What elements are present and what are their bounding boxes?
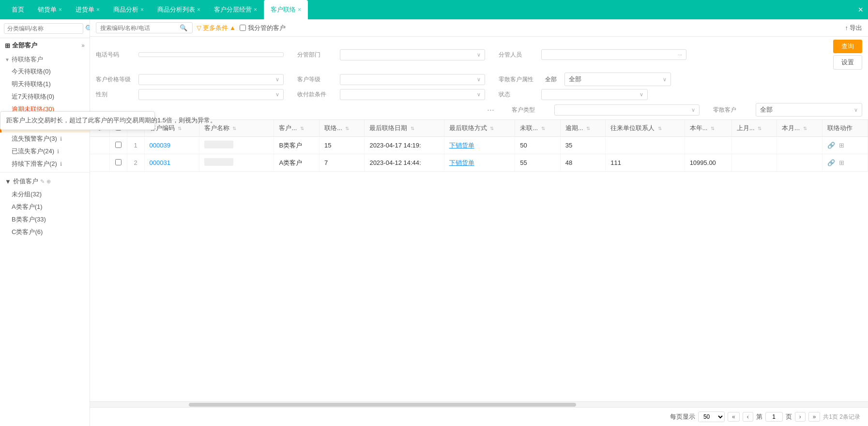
row-action-0[interactable]: 🔗 ⊞ [822, 137, 868, 154]
th-contact[interactable]: 联络... ⇅ [319, 120, 365, 137]
settings-button[interactable]: 设置 [833, 55, 862, 70]
th-unit-contact[interactable]: 往来单位联系人 ⇅ [606, 120, 685, 137]
export-button[interactable]: ↑ 导出 [845, 24, 863, 32]
nav-purchase-close[interactable]: × [96, 6, 100, 13]
th-overdue[interactable]: 逾期... ⇅ [560, 120, 606, 137]
sidebar-item-7days[interactable]: 近7天待联络(0) [0, 90, 90, 103]
sidebar-item-churn-warning[interactable]: 流失预警客户(3) ℹ [0, 132, 90, 145]
retail-attr-field[interactable]: 全部 ∨ [564, 73, 671, 86]
th-uncontacted[interactable]: 未联... ⇅ [515, 120, 561, 137]
row-last-method-1[interactable]: 下销货单 [444, 154, 515, 172]
gender-field[interactable]: ∨ [138, 89, 284, 100]
sidebar-item-today[interactable]: 今天待联络(0) [0, 65, 90, 78]
sort-category-icon[interactable]: ⇅ [300, 126, 304, 131]
th-last-month[interactable]: 上月... ⇅ [731, 120, 777, 137]
sidebar-value-group[interactable]: ▼ 价值客户 ✎ ⊕ [0, 175, 90, 188]
sort-name-icon[interactable]: ⇅ [232, 126, 236, 131]
info-icon-2[interactable]: ℹ [60, 136, 62, 142]
customer-level-field[interactable]: ∨ [340, 74, 485, 85]
customer-type-field[interactable]: ∨ [554, 104, 700, 116]
action-grid-icon-0[interactable]: ⊞ [839, 142, 844, 149]
my-customers-checkbox[interactable]: 我分管的客户 [240, 24, 286, 32]
payment-terms-field[interactable]: ∨ [340, 89, 485, 100]
action-link-icon-0[interactable]: 🔗 [827, 142, 835, 149]
row-last-method-0[interactable]: 下销货单 [444, 137, 515, 154]
nav-customer-tier[interactable]: 客户分层经营 × [207, 0, 264, 19]
sidebar-item-b-class[interactable]: B类客户(33) [0, 213, 90, 226]
add-icon[interactable]: ⊕ [46, 178, 51, 185]
row-check-0[interactable] [115, 142, 122, 148]
sidebar-item-declining[interactable]: 持续下滑客户(2) ℹ [0, 158, 90, 170]
row-check-1[interactable] [115, 159, 122, 165]
sort-year-icon[interactable]: ⇅ [711, 126, 715, 131]
sort-unit-icon[interactable]: ⇅ [658, 126, 662, 131]
sidebar-item-a-class[interactable]: A类客户(1) [0, 201, 90, 213]
th-category[interactable]: 客户... ⇅ [274, 120, 320, 137]
page-size-select[interactable]: 501020100 [698, 411, 725, 422]
nav-home[interactable]: 首页 [5, 0, 31, 19]
retail-customer-field[interactable]: 全部 ∨ [756, 103, 862, 117]
sidebar-all-customers[interactable]: ⊞ 全部客户 » [0, 38, 90, 53]
info-icon-3[interactable]: ℹ [57, 148, 59, 154]
sort-method-icon[interactable]: ⇅ [490, 126, 494, 131]
row-code-0[interactable]: 000039 [144, 137, 199, 154]
nav-sales-close[interactable]: × [59, 6, 62, 13]
horizontal-scrollbar[interactable] [90, 401, 868, 407]
sort-lastmonth-icon[interactable]: ⇅ [758, 126, 761, 131]
sort-date-icon[interactable]: ⇅ [411, 126, 414, 131]
th-last-contact-date[interactable]: 最后联络日期 ⇅ [365, 120, 444, 137]
sort-code-icon[interactable]: ⇅ [178, 126, 182, 131]
info-icon-4[interactable]: ℹ [60, 161, 62, 167]
filter-more-conditions[interactable]: ▽ 更多条件 ▲ [197, 24, 236, 32]
status-field[interactable]: ∨ [541, 89, 648, 100]
sidebar-search-input[interactable] [4, 23, 83, 34]
scrollbar-thumb[interactable] [189, 403, 576, 407]
nav-product-analysis-list[interactable]: 商品分析列表 × [151, 0, 207, 19]
nav-customer-contact[interactable]: 客户联络 × [264, 0, 308, 19]
first-page-button[interactable]: « [728, 412, 740, 422]
row-action-1[interactable]: 🔗 ⊞ [822, 154, 868, 172]
dept-field[interactable]: ∨ [340, 49, 485, 60]
sidebar-search-icon[interactable]: 🔍 [85, 25, 90, 32]
next-page-button[interactable]: › [795, 412, 806, 422]
sidebar-item-unclassified[interactable]: 未分组(32) [0, 188, 90, 201]
th-this-year[interactable]: 本年... ⇅ [685, 120, 731, 137]
nav-product-analysis-close[interactable]: × [140, 6, 144, 13]
filter-search-box[interactable]: 🔍 [96, 22, 193, 33]
sidebar-waiting-group[interactable]: ▼ 待联络客户 [0, 53, 90, 65]
th-this-month[interactable]: 本月... ⇅ [777, 120, 822, 137]
nav-product-analysis[interactable]: 商品分析 × [107, 0, 151, 19]
row-name-0[interactable] [199, 137, 274, 154]
sidebar-item-c-class[interactable]: C类客户(6) [0, 226, 90, 238]
row-code-1[interactable]: 000031 [144, 154, 199, 172]
my-customers-check[interactable] [240, 25, 246, 31]
filter-search-icon[interactable]: 🔍 [180, 24, 187, 31]
more-filter-icon[interactable]: ··· [483, 105, 498, 115]
sort-uncontacted-icon[interactable]: ⇅ [541, 126, 545, 131]
sidebar-collapse-icon[interactable]: » [81, 42, 85, 49]
price-level-field[interactable]: ∨ [138, 74, 284, 85]
nav-customer-contact-close[interactable]: × [298, 6, 301, 13]
last-page-button[interactable]: » [808, 412, 821, 422]
nav-sales[interactable]: 销货单 × [31, 0, 69, 19]
query-button[interactable]: 查询 [833, 40, 862, 53]
sort-thismonth-icon[interactable]: ⇅ [803, 126, 807, 131]
phone-field[interactable] [138, 52, 284, 57]
action-link-icon-1[interactable]: 🔗 [827, 159, 835, 166]
page-number-input[interactable] [765, 412, 783, 422]
window-close-button[interactable]: × [858, 5, 863, 15]
nav-customer-tier-close[interactable]: × [254, 6, 257, 13]
nav-purchase[interactable]: 进货单 × [69, 0, 107, 19]
row-checkbox-1[interactable] [109, 154, 127, 172]
th-last-contact-method[interactable]: 最后联络方式 ⇅ [444, 120, 515, 137]
sidebar-item-tomorrow[interactable]: 明天待联络(1) [0, 78, 90, 90]
sort-contact-icon[interactable]: ⇅ [345, 126, 349, 131]
nav-product-analysis-list-close[interactable]: × [197, 6, 200, 13]
prev-page-button[interactable]: ‹ [743, 412, 753, 422]
action-grid-icon-1[interactable]: ⊞ [839, 159, 844, 166]
row-name-1[interactable] [199, 154, 274, 172]
edit-icon[interactable]: ✎ [40, 178, 45, 185]
sort-overdue-icon[interactable]: ⇅ [586, 126, 590, 131]
filter-search-input[interactable] [100, 25, 178, 31]
sidebar-item-churned[interactable]: 已流失客户(24) ℹ [0, 145, 90, 158]
